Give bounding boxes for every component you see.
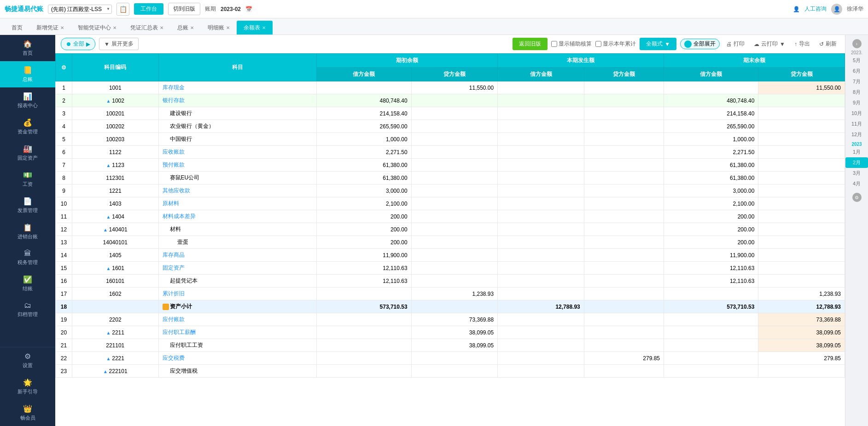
expand-all-toggle[interactable]: 全部展开 [680, 39, 720, 49]
expand-icon[interactable]: ▲ [106, 214, 112, 219]
month-6[interactable]: 6月 [845, 66, 868, 76]
sidebar-item-salary[interactable]: 💵 工资 [0, 166, 55, 192]
account-name-link[interactable]: 应收账款 [163, 149, 185, 155]
refresh-btn[interactable]: ↺ 刷新 [816, 39, 839, 49]
sidebar-item-home[interactable]: 🏠 首页 [0, 35, 55, 61]
account-name[interactable]: 银行存款 [158, 94, 317, 107]
account-name-link[interactable]: 应付职工薪酬 [163, 329, 196, 335]
tab-balance-close[interactable]: ✕ [262, 25, 266, 30]
all-filter-btn[interactable]: 全部 ▶ [61, 38, 95, 50]
sidebar-item-close[interactable]: ✅ 结账 [0, 271, 55, 297]
month-9[interactable]: 9月 [845, 98, 868, 108]
account-name-link[interactable]: 累计折旧 [163, 290, 185, 297]
full-format-btn[interactable]: 全额式 ▼ [640, 38, 676, 50]
expand-icon[interactable]: ▲ [103, 227, 109, 232]
settings-header[interactable]: ⚙ [56, 54, 72, 81]
expand-icon[interactable]: ▲ [106, 98, 112, 104]
right-panel-close-btn[interactable]: › [852, 39, 862, 48]
sidebar-item-invoice[interactable]: 📄 发票管理 [0, 192, 55, 219]
account-name[interactable]: 应收账款 [158, 146, 317, 159]
debit-open: 214,158.40 [317, 107, 411, 120]
tab-detail[interactable]: 明细账 ✕ [201, 21, 237, 35]
sidebar-item-settings[interactable]: ⚙ 设置 [0, 347, 55, 374]
show-assist-input[interactable] [551, 41, 557, 47]
account-name-link[interactable]: 库存商品 [163, 252, 185, 258]
account-name-link[interactable]: 其他应收款 [163, 187, 190, 194]
sidebar-item-guide[interactable]: 🌟 新手引导 [0, 374, 55, 400]
sidebar-item-member[interactable]: 👑 畅会员 [0, 400, 55, 426]
company-selector[interactable]: (先前) 江西殿堂-LSS [48, 5, 112, 14]
account-name-link[interactable]: 银行存款 [163, 97, 185, 104]
account-name-link[interactable]: 库存现金 [163, 84, 185, 91]
copy-icon-btn[interactable]: 📋 [117, 3, 129, 16]
tab-smart-voucher-close[interactable]: ✕ [113, 25, 117, 30]
month-7[interactable]: 7月 [845, 76, 868, 87]
tab-voucher-summary[interactable]: 凭证汇总表 ✕ [123, 21, 170, 35]
tab-new-voucher[interactable]: 新增凭证 ✕ [29, 21, 71, 35]
switch-old-btn[interactable]: 切到旧版 [168, 3, 200, 15]
month-12[interactable]: 12月 [845, 129, 868, 140]
tab-smart-voucher[interactable]: 智能凭证中心 ✕ [71, 21, 123, 35]
sidebar-item-reports[interactable]: 📊 报表中心 [0, 87, 55, 114]
account-name-link[interactable]: 原材料 [163, 200, 179, 207]
show-assist-checkbox[interactable]: 显示辅助核算 [551, 40, 592, 48]
sidebar-item-tax[interactable]: 🏛 税务管理 [0, 245, 55, 271]
workspace-btn[interactable]: 工作台 [134, 3, 163, 15]
tab-home[interactable]: 首页 [5, 21, 29, 35]
account-name[interactable]: 应交税费 [158, 352, 317, 365]
expand-icon[interactable]: ▲ [106, 330, 112, 335]
account-name[interactable]: 库存商品 [158, 249, 317, 262]
account-name-link[interactable]: 应交税费 [163, 355, 185, 361]
cloud-print-btn[interactable]: ☁ 云打印 ▼ [751, 39, 788, 49]
print-btn[interactable]: 🖨 打印 [723, 39, 747, 49]
credit-open [411, 352, 498, 365]
tab-detail-close[interactable]: ✕ [226, 25, 230, 30]
sidebar-item-stock[interactable]: 📋 进销台账 [0, 219, 55, 245]
account-name[interactable]: 累计折旧 [158, 288, 317, 300]
month-5[interactable]: 5月 [845, 55, 868, 66]
month-8[interactable]: 8月 [845, 87, 868, 98]
account-name[interactable]: 库存现金 [158, 81, 317, 94]
account-name-link[interactable]: 固定资产 [163, 265, 185, 271]
sidebar-item-funds[interactable]: 💰 资金管理 [0, 114, 55, 140]
sidebar-item-archive[interactable]: 🗂 归档管理 [0, 297, 55, 322]
account-name[interactable]: 预付账款 [158, 159, 317, 172]
sidebar-item-assets[interactable]: 🏭 固定资产 [0, 140, 55, 166]
calendar-icon[interactable]: 📅 [245, 6, 252, 12]
tab-ledger[interactable]: 总账 ✕ [170, 21, 201, 35]
account-name[interactable]: 其他应收款 [158, 184, 317, 197]
sidebar-item-ledger[interactable]: 📒 总账 [0, 61, 55, 87]
account-name[interactable]: 应付账款 [158, 313, 317, 326]
account-name-link[interactable]: 预付账款 [163, 161, 185, 168]
right-panel-settings-btn[interactable]: ⚙ [852, 193, 862, 202]
month-10[interactable]: 10月 [845, 108, 868, 119]
account-name[interactable]: 固定资产 [158, 262, 317, 275]
month-4[interactable]: 4月 [845, 178, 868, 189]
account-name[interactable]: 应付职工薪酬 [158, 326, 317, 339]
account-name-link[interactable]: 应付账款 [163, 316, 185, 322]
expand-icon[interactable]: ▲ [103, 369, 109, 374]
export-btn[interactable]: ↑ 导出 [792, 39, 813, 49]
month-3[interactable]: 3月 [845, 168, 868, 178]
tab-ledger-close[interactable]: ✕ [190, 25, 194, 30]
user-consult-label[interactable]: 人工咨询 [804, 5, 827, 13]
month-11[interactable]: 11月 [845, 119, 868, 129]
month-2[interactable]: 2月 [845, 157, 868, 168]
month-1[interactable]: 1月 [845, 147, 868, 157]
tab-balance[interactable]: 余额表 ✕ [237, 21, 273, 35]
expand-more-btn[interactable]: ▼ 展开更多 [99, 38, 139, 50]
expand-icon[interactable]: ▲ [106, 356, 112, 361]
debit-curr [498, 236, 584, 249]
account-name[interactable]: 原材料 [158, 197, 317, 210]
show-ytd-input[interactable] [595, 41, 601, 47]
account-name-link[interactable]: 材料成本差异 [163, 213, 196, 219]
company-select[interactable]: (先前) 江西殿堂-LSS [48, 5, 112, 14]
expand-icon[interactable]: ▲ [106, 163, 112, 168]
return-old-btn[interactable]: 返回旧版 [513, 38, 548, 50]
tab-voucher-summary-close[interactable]: ✕ [160, 25, 163, 30]
expand-icon[interactable]: ▲ [106, 266, 112, 271]
show-ytd-checkbox[interactable]: 显示本年累计 [595, 40, 636, 48]
account-name[interactable]: 材料成本差异 [158, 210, 317, 223]
tab-new-voucher-close[interactable]: ✕ [60, 25, 64, 30]
debit-open [317, 288, 411, 300]
